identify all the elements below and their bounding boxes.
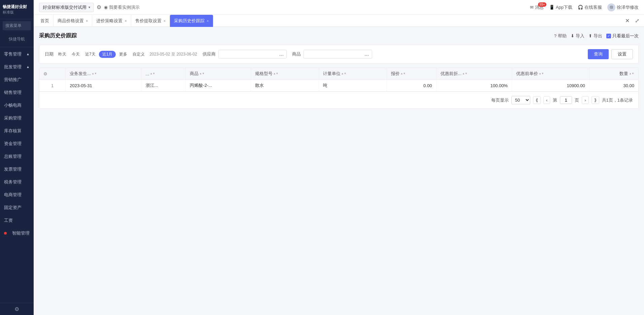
page-header: 采购历史价跟踪 ? 帮助 ⬇ 导入 ⬆ 导出 ✓ 只看最后一次 [39, 32, 639, 39]
online-service-label: 在线客服 [584, 4, 602, 10]
sidebar-item-tax[interactable]: 税务管理 [0, 176, 34, 188]
th-product: 商品 ▲▼ [186, 68, 251, 80]
only-last-checkbox-label[interactable]: ✓ 只看最后一次 [606, 33, 639, 39]
per-page-select[interactable]: 50 10 20 100 [511, 96, 530, 104]
page-last-button[interactable]: ⟫ [592, 96, 599, 104]
query-button[interactable]: 查询 [588, 49, 609, 59]
sidebar-item-smart[interactable]: 智能管理 [0, 227, 34, 240]
sidebar-item-retail[interactable]: 零售管理 ▲ [0, 48, 34, 61]
page-number-input[interactable] [560, 96, 572, 104]
export-icon: ⬆ [588, 33, 592, 38]
tab-close-window-button[interactable]: ✕ [623, 17, 632, 25]
th-quantity-label: 数量 [619, 71, 628, 77]
only-last-label: 只看最后一次 [612, 33, 639, 39]
sort-arrows-quantity: ▲▼ [629, 72, 634, 75]
tab-price-settings-label: 商品价格设置 [58, 18, 84, 24]
date-more-button[interactable]: 更多 [117, 51, 129, 58]
sidebar-item-small-ecommerce[interactable]: 小畅电商 [0, 99, 34, 112]
sort-arrows-ellipsis: ▲▼ [150, 72, 155, 75]
sidebar-item-general-ledger[interactable]: 总账管理 [0, 150, 34, 163]
product-selector[interactable]: 好业财标准版交付试用 ▾ [39, 3, 94, 12]
th-unit-sort[interactable]: 计量单位 ▲▼ [323, 71, 347, 77]
tab-price-settings[interactable]: 商品价格设置 × [53, 15, 92, 27]
th-pre-discount-price-sort[interactable]: 优惠前单价 ▲▼ [516, 71, 544, 77]
sidebar-item-marketing[interactable]: 营销推广 [0, 73, 34, 86]
filter-panel: 日期 昨天 今天 近7天 近1月 更多 自定义 2023-05-02 至 202… [39, 45, 639, 64]
sidebar-settings-button[interactable]: ⚙ [14, 306, 19, 312]
table-gear-icon[interactable]: ⚙ [43, 71, 47, 76]
tab-sale-price-close-icon[interactable]: × [164, 19, 166, 23]
supplier-dots-button[interactable]: ... [279, 51, 284, 57]
tab-purchase-strategy[interactable]: 进价策略设置 × [92, 15, 131, 27]
sidebar-item-purchase[interactable]: 采购管理 [0, 112, 34, 125]
sidebar-item-ecommerce[interactable]: 电商管理 [0, 188, 34, 201]
th-spec: 规格型号 ▲▼ [251, 68, 319, 80]
tab-sale-price[interactable]: 售价提取设置 × [131, 15, 170, 27]
th-ellipsis-sort[interactable]: ... ▲▼ [146, 71, 155, 76]
sidebar-search-button[interactable]: 搜索菜单 [3, 21, 31, 30]
supplier-input-wrap: ... [218, 50, 287, 59]
th-quoted-price: 报价 ▲▼ [387, 68, 436, 80]
page-next-button[interactable]: › [582, 96, 588, 104]
import-button[interactable]: ⬇ 导入 [571, 33, 584, 39]
date-filter-label: 日期 [45, 51, 53, 57]
th-product-sort[interactable]: 商品 ▲▼ [190, 71, 205, 77]
th-discount-sort[interactable]: 优惠前折... ▲▼ [440, 71, 468, 77]
sidebar-item-inventory[interactable]: 库存核算 [0, 125, 34, 137]
sidebar-item-retail-label: 零售管理 [4, 51, 22, 57]
tab-purchase-history-close-icon[interactable]: × [207, 19, 209, 23]
sidebar-divider-1 [0, 47, 34, 47]
app-download-action[interactable]: 📱 App下载 [549, 4, 572, 10]
tab-bar-right: ✕ ⤢ [623, 17, 641, 25]
message-action[interactable]: ✉ 消息 99+ [530, 4, 544, 10]
date-custom-button[interactable]: 自定义 [131, 51, 147, 58]
product-filter-group: 商品 ... [292, 50, 372, 59]
export-button[interactable]: ⬆ 导出 [588, 33, 602, 39]
th-quoted-price-sort[interactable]: 报价 ▲▼ [391, 71, 406, 77]
product-dots-button[interactable]: ... [364, 51, 369, 57]
table-row[interactable]: 1 2023-05-31 浙江... 丙烯酸-2-... 散水 吨 0.00 1… [39, 80, 638, 92]
app-logo: 畅捷通好业财 标准版 [0, 0, 34, 19]
th-spec-sort[interactable]: 规格型号 ▲▼ [255, 71, 279, 77]
sidebar-quicknav-button[interactable]: 快捷导航 [3, 34, 31, 45]
tab-price-settings-close-icon[interactable]: × [86, 19, 88, 23]
sidebar-item-finance[interactable]: 资金管理 [0, 137, 34, 150]
header-settings-button[interactable]: ⚙ [97, 4, 101, 10]
sidebar-item-wholesale[interactable]: 批发管理 ▲ [0, 61, 34, 73]
page-first-button[interactable]: ⟪ [533, 96, 541, 104]
page-actions: ? 帮助 ⬇ 导入 ⬆ 导出 ✓ 只看最后一次 [554, 33, 639, 39]
page-prev-button[interactable]: ‹ [543, 96, 550, 104]
user-info[interactable]: 徐 徐泽华修改 [607, 3, 639, 11]
th-quantity-sort[interactable]: 数量 ▲▼ [619, 71, 634, 77]
per-page-label: 每页显示 [491, 97, 509, 103]
sidebar-item-wholesale-label: 批发管理 [4, 64, 22, 70]
date-yesterday-button[interactable]: 昨天 [56, 51, 68, 58]
sidebar-item-sales[interactable]: 销售管理 [0, 86, 34, 99]
date-last7-button[interactable]: 近7天 [83, 51, 98, 58]
top-header: 好业财标准版交付试用 ▾ ⚙ ◉ 我要看实例演示 ✉ 消息 99+ 📱 App下… [34, 0, 644, 15]
demo-button[interactable]: ◉ 我要看实例演示 [104, 4, 140, 10]
help-icon: ? [554, 33, 557, 38]
page-title: 采购历史价跟踪 [39, 32, 77, 39]
online-service-action[interactable]: 🎧 在线客服 [578, 4, 602, 10]
th-date-sort[interactable]: 业务发生... ▲▼ [70, 71, 97, 77]
sidebar-item-invoice[interactable]: 发票管理 [0, 163, 34, 176]
tab-expand-button[interactable]: ⤢ [633, 17, 641, 25]
sidebar-item-fixed-assets[interactable]: 固定资产 [0, 201, 34, 214]
product-input[interactable] [307, 52, 363, 57]
supplier-input[interactable] [221, 52, 278, 57]
tab-purchase-history[interactable]: 采购历史价跟踪 × [170, 15, 213, 27]
sidebar-item-sales-label: 销售管理 [4, 90, 22, 96]
help-button[interactable]: ? 帮助 [554, 33, 567, 39]
tab-purchase-history-label: 采购历史价跟踪 [174, 18, 205, 24]
date-today-button[interactable]: 今天 [70, 51, 82, 58]
page-summary: 共1页，1条记录 [602, 97, 633, 103]
sidebar-item-general-ledger-label: 总账管理 [4, 153, 22, 160]
filter-settings-button[interactable]: 设置 [611, 49, 633, 59]
date-last1month-button[interactable]: 近1月 [99, 51, 116, 58]
sidebar-item-retail-arrow: ▲ [26, 52, 30, 56]
tab-home[interactable]: 首页 [36, 15, 53, 27]
th-unit: 计量单位 ▲▼ [319, 68, 387, 80]
sidebar-item-payroll[interactable]: 工资 [0, 214, 34, 227]
tab-purchase-strategy-close-icon[interactable]: × [124, 19, 127, 23]
